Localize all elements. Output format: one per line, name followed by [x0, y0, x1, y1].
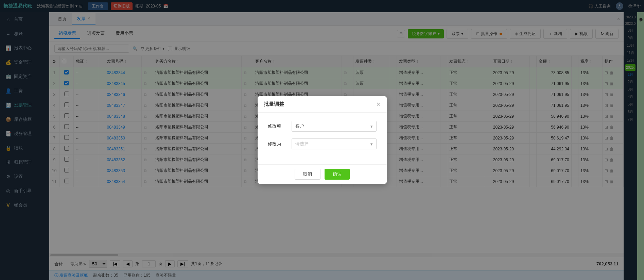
batch-adjust-modal: 批量调整 ✕ 修改项 客户 ▾ 修改为 请选择 ▾ 取消 确认 — [258, 96, 387, 184]
modal-header: 批量调整 ✕ — [258, 96, 387, 113]
modify-field-chevron: ▾ — [370, 124, 373, 129]
modal-footer: 取消 确认 — [258, 164, 387, 184]
modify-to-placeholder: 请选择 — [295, 141, 309, 147]
modify-to-label: 修改为 — [268, 141, 292, 147]
confirm-button[interactable]: 确认 — [325, 169, 350, 180]
modal-title: 批量调整 — [264, 101, 284, 108]
modify-to-select[interactable]: 请选择 ▾ — [292, 138, 377, 149]
modify-field-select[interactable]: 客户 ▾ — [292, 121, 377, 132]
modal-body: 修改项 客户 ▾ 修改为 请选择 ▾ — [258, 113, 387, 164]
modal-overlay[interactable]: 批量调整 ✕ 修改项 客户 ▾ 修改为 请选择 ▾ 取消 确认 — [0, 0, 644, 280]
modify-field-value: 客户 — [295, 123, 304, 129]
modify-to-row: 修改为 请选择 ▾ — [268, 138, 377, 149]
cancel-button[interactable]: 取消 — [295, 169, 320, 180]
modify-field-row: 修改项 客户 ▾ — [268, 121, 377, 132]
modify-field-label: 修改项 — [268, 123, 292, 129]
modify-to-chevron: ▾ — [370, 142, 373, 147]
modal-close-button[interactable]: ✕ — [376, 101, 381, 108]
